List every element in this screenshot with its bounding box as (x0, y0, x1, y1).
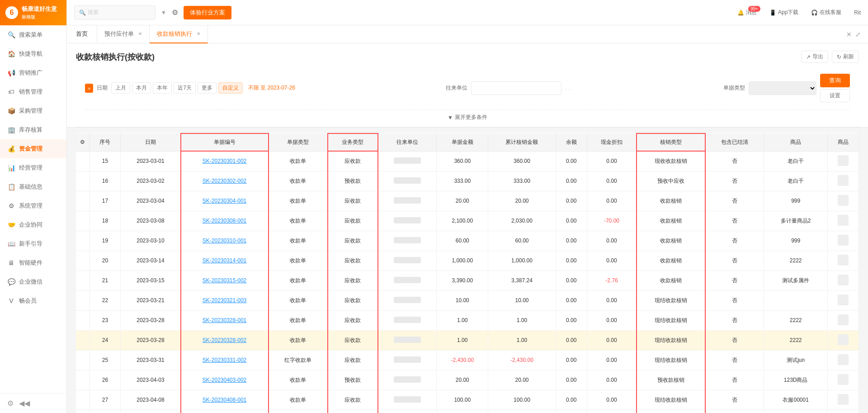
industry-solution-button[interactable]: 体验行业方案 (184, 6, 231, 19)
cell-include-settled: 否 (705, 350, 764, 370)
filter-setting-button[interactable]: 设置 (820, 89, 850, 102)
tabbar: 首页 预付应付单 ✕ 收款核销执行 ✕ ✕ ⤢ (67, 25, 868, 43)
cell-goods2 (827, 370, 859, 390)
cell-biz-type: 应收款 (328, 251, 378, 271)
date-btn-more[interactable]: 更多 (198, 82, 217, 94)
th-no: 序号 (90, 133, 121, 151)
filter-collapse-btn[interactable]: » (85, 84, 93, 93)
filter-row-1: » 日期 上月 本月 本年 近7天 更多 自定义 不限 至 2023-07-26… (85, 74, 850, 102)
notification-bell[interactable]: 🔔 消息 99+ (737, 9, 757, 16)
table-row: 222023-03-21SK-20230321-003收款单应收款10.0010… (76, 290, 859, 310)
query-button[interactable]: 查询 (820, 74, 850, 87)
cell-doc-no[interactable]: SK-20230328-001 (181, 310, 269, 330)
cell-balance: 0.00 (556, 151, 587, 171)
cell-settings (76, 151, 90, 171)
app-download-btn[interactable]: 📱 App下载 (769, 9, 798, 16)
cell-doc-no[interactable]: SK-20230321-003 (181, 290, 269, 310)
cell-no: 21 (90, 271, 121, 290)
topbar-chevron-icon[interactable]: ▼ (161, 9, 166, 16)
expand-conditions-btn[interactable]: ▼ 展开更多条件 (448, 114, 487, 121)
online-service-btn[interactable]: 🎧 在线客服 (811, 9, 841, 16)
th-settings[interactable]: ⚙ (76, 133, 90, 151)
date-btn-7days[interactable]: 近7天 (174, 82, 196, 94)
cell-settings (76, 350, 90, 370)
tab-home[interactable]: 首页 (67, 25, 97, 43)
cell-balance: 0.00 (556, 390, 587, 410)
sidebar-item-hardware[interactable]: 🖥 智能硬件 (0, 253, 66, 272)
sidebar-item-wechat[interactable]: 💬 企业微信 (0, 272, 66, 291)
tab-maximize-icon[interactable]: ⤢ (855, 31, 861, 38)
cell-doc-no[interactable]: SK-20230302-002 (181, 171, 269, 191)
sidebar-item-operations[interactable]: 📊 经营管理 (0, 158, 66, 177)
cell-doc-no[interactable]: SK-20230315-002 (181, 271, 269, 290)
cell-settings (76, 370, 90, 390)
cell-include-settled: 否 (705, 171, 764, 191)
cell-total-cancel: 1.00 (488, 330, 556, 350)
cell-doc-no[interactable]: SK-20230331-002 (181, 350, 269, 370)
cell-doc-no[interactable]: SK-20230418-001 (181, 410, 269, 413)
cell-biz-type: 预收款 (328, 370, 378, 390)
main-area: 🔍 搜索 ▼ ⚙ 体验行业方案 🔔 消息 99+ 📱 App下载 🎧 在线客服 … (67, 0, 868, 413)
sidebar-item-member[interactable]: V 畅会员 (0, 291, 66, 310)
cell-cancel-type: 现结收款核销 (637, 290, 705, 310)
date-btn-this-year[interactable]: 本年 (153, 82, 172, 94)
export-button[interactable]: ↗ 导出 (801, 51, 828, 63)
cell-doc-no[interactable]: SK-20230310-001 (181, 231, 269, 251)
sidebar-item-inventory[interactable]: 🏢 库存核算 (0, 120, 66, 139)
date-btn-custom[interactable]: 自定义 (218, 82, 243, 94)
table-area[interactable]: ⚙ 序号 日期 单据编号 单据类型 业务类型 往来单位 单据金额 累计核销金额 … (67, 128, 868, 413)
partner-input[interactable] (471, 81, 561, 95)
date-btn-last-month[interactable]: 上月 (111, 82, 130, 94)
receipt-type-select[interactable] (749, 81, 816, 95)
sidebar-item-sales[interactable]: 🏷 销售管理 (0, 82, 66, 101)
cell-total-cancel: 20.00 (488, 370, 556, 390)
sidebar-item-search[interactable]: 🔍 搜索菜单 (0, 25, 66, 44)
refresh-button[interactable]: ↻ 刷新 (832, 51, 859, 63)
th-include-settled: 包含已结清 (705, 133, 764, 151)
cell-cancel-type: 现结收款核销 (637, 390, 705, 410)
topbar-gear-icon[interactable]: ⚙ (172, 8, 178, 17)
cell-goods2 (827, 151, 859, 171)
logo-icon: 6 (5, 6, 18, 19)
notification-badge: 99+ (748, 6, 760, 12)
collapse-icon[interactable]: ◀◀ (19, 399, 30, 408)
tab-close-all-icon[interactable]: ✕ (846, 31, 852, 38)
cell-goods2 (827, 191, 859, 211)
sidebar-item-guide[interactable]: 📖 新手引导 (0, 234, 66, 253)
sidebar-item-quicknav[interactable]: 🏠 快捷导航 (0, 44, 66, 63)
tab-collection[interactable]: 收款核销执行 ✕ (150, 25, 208, 43)
date-btn-this-month[interactable]: 本月 (132, 82, 151, 94)
cell-amount: 360.00 (437, 151, 488, 171)
sidebar-item-enterprise[interactable]: 🤝 企业协同 (0, 215, 66, 234)
cell-settings (76, 390, 90, 410)
cell-goods1: 999 (764, 231, 828, 251)
sidebar-item-finance[interactable]: 💰 资金管理 (0, 139, 66, 158)
cell-settings (76, 171, 90, 191)
tab-collection-close-icon[interactable]: ✕ (197, 31, 200, 36)
th-goods2: 商品 (827, 133, 859, 151)
cell-doc-no[interactable]: SK-20230308-001 (181, 211, 269, 231)
sidebar-item-basics[interactable]: 📋 基础信息 (0, 177, 66, 196)
cell-total-cancel: 3,387.24 (488, 271, 556, 290)
cell-balance: 0.00 (556, 211, 587, 231)
cell-discount: 0.00 (587, 251, 637, 271)
cell-doc-no[interactable]: SK-20230301-002 (181, 151, 269, 171)
cell-doc-no[interactable]: SK-20230408-001 (181, 390, 269, 410)
cell-include-settled: 否 (705, 251, 764, 271)
sidebar-item-purchase[interactable]: 📦 采购管理 (0, 101, 66, 120)
cell-doc-no[interactable]: SK-20230328-002 (181, 330, 269, 350)
bell-icon: 🔔 (737, 9, 744, 16)
tab-prepay-close-icon[interactable]: ✕ (138, 31, 142, 36)
sidebar-item-system[interactable]: ⚙ 系统管理 (0, 196, 66, 215)
sidebar-item-marketing[interactable]: 📢 营销推广 (0, 63, 66, 82)
cell-doc-no[interactable]: SK-20230304-001 (181, 191, 269, 211)
cell-doc-no[interactable]: SK-20230314-001 (181, 251, 269, 271)
cell-doc-no[interactable]: SK-20230403-002 (181, 370, 269, 390)
cell-amount: 10.00 (437, 290, 488, 310)
topbar-search-box[interactable]: 🔍 搜索 (74, 5, 156, 20)
tab-prepay[interactable]: 预付应付单 ✕ (97, 25, 150, 43)
monitor-icon: 🖥 (7, 259, 15, 267)
settings-gear-icon[interactable]: ⚙ (7, 399, 14, 408)
cell-doc-type: 收款单 (269, 251, 328, 271)
cell-no: 22 (90, 290, 121, 310)
